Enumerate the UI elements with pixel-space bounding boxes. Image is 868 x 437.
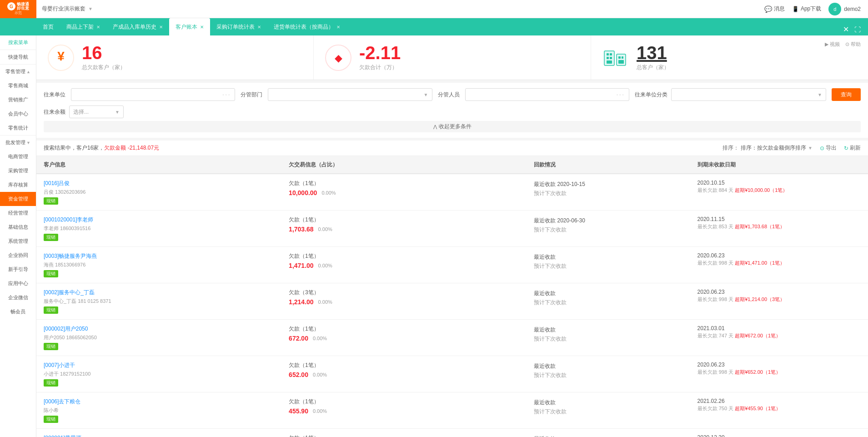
logo-area: G 畅捷通好生意 示范 [0,0,36,18]
return-cell: 最近收款 2020-06-30 预计下次收款 [534,216,697,234]
customer-phone: 海燕 18513066976 [44,261,289,268]
sidebar-item-wechat[interactable]: 企业微信 [0,291,36,305]
overdue-days: 最长欠款 853 天 超期¥1,703.68（1笔） [697,223,861,230]
sidebar-item-basic[interactable]: 基础信息 [0,220,36,234]
overdue-date: 2021.03.01 [697,325,861,332]
debt-count: 欠款（1笔） [289,216,534,224]
customer-name[interactable]: [0007]小进干 [44,362,289,369]
video-btn[interactable]: ▶视频 [825,41,840,48]
customer-name[interactable]: [000001]黄思源 [44,434,289,437]
next-payment: 预计下次收款 [534,408,697,416]
overdue-amount[interactable]: 超期¥652.00（1笔） [735,369,781,375]
overdue-days: 最长欠款 750 天 超期¥455.90（1笔） [697,405,861,412]
debt-count: 欠款（1笔） [289,325,534,333]
user-avatar[interactable]: d demo2 [828,3,861,15]
overdue-amount[interactable]: 超期¥455.90（1笔） [735,406,781,411]
tab-customer-account[interactable]: 客户账本✕ [169,18,210,35]
sidebar-item-app-center[interactable]: 应用中心 [0,276,36,291]
sidebar-item-inventory[interactable]: 库存核算 [0,178,36,192]
sidebar-item-finance[interactable]: 资金管理 [0,192,36,206]
overdue-amount[interactable]: 超期¥10,000.00（1笔） [735,187,788,193]
customer-name[interactable]: [0016]吕俊 [44,180,289,187]
next-payment: 预计下次收款 [534,190,697,197]
last-payment: 最近收款 2020-06-30 [534,216,697,226]
sidebar-item-quick-nav[interactable]: 快捷导航 [0,50,36,65]
last-payment: 最近收款 [534,434,697,437]
stat-total-customers: 131 总客户（家） ▶视频 ⊙帮助 [591,35,868,80]
tab-purchase-stat[interactable]: 采购订单统计表✕ [210,18,267,35]
data-table: 客户信息 欠交易信息（占比） 回款情况 到期未收款日期 [0016]吕俊 吕俊 … [36,156,868,437]
tab-product-history[interactable]: 产成品入库单历史✕ [106,18,169,35]
app-download-btn[interactable]: 📱 App下载 [792,5,821,13]
sidebar-item-batch-mgmt[interactable]: 批发管理▼ [0,136,36,150]
svg-rect-8 [610,57,612,59]
customer-tag: 现销 [44,416,58,423]
sidebar-item-member[interactable]: 会员中心 [0,107,36,121]
overdue-amount[interactable]: 超期¥1,471.00（1笔） [735,260,785,266]
sort-btn[interactable]: 排序： 排序：按欠款金额倒序排序 ▼ [722,144,813,152]
stat-debt-customers: ¥ 16 总欠款客户（家） [36,35,314,80]
nav-tabs: 首页 商品上下架✕ 产成品入库单历史✕ 客户账本✕ 采购订单统计表✕ 进货单统计… [0,18,868,35]
refresh-btn[interactable]: ↻ 刷新 [844,144,861,152]
debt-amount: 1,703.68 [289,226,314,233]
sidebar-item-enterprise[interactable]: 企业协同 [0,248,36,262]
tab-stock-stat[interactable]: 进货单统计表（按商品）✕ [267,18,346,35]
sidebar-item-marketing[interactable]: 营销推广 [0,93,36,107]
customer-name[interactable]: [0006]去下粮仓 [44,398,289,406]
customer-cell: [0006]去下粮仓 陈小希 现销 [44,398,289,423]
return-cell: 最近收款 2020-10-15 预计下次收款 [534,180,697,197]
customer-tag: 现销 [44,343,58,350]
customer-cell: [0007]小进干 小进干 18279152100 现销 [44,362,289,387]
tab-home[interactable]: 首页 [36,18,60,35]
help-btn[interactable]: ⊙帮助 [845,41,861,48]
sidebar-item-retail-mgmt[interactable]: 零售管理▲ [0,65,36,79]
balance-select[interactable]: 选择... ▼ [69,105,124,118]
customer-tag: 现销 [44,270,58,277]
debt-percent: 0.00% [318,299,332,305]
export-btn[interactable]: ⊙ 导出 [820,144,837,152]
sidebar-item-retail-stat[interactable]: 零售统计 [0,121,36,136]
customer-tag: 现销 [44,379,58,387]
overdue-cell: 2020.06.23 最长欠款 998 天 超期¥1,471.00（1笔） [697,252,861,266]
tab-product-offline[interactable]: 商品上下架✕ [60,18,106,35]
debt-count: 欠款（1笔） [289,434,534,437]
customer-name[interactable]: [0002]服务中心_丁磊 [44,289,289,296]
sidebar-item-vip[interactable]: 畅会员 [0,305,36,319]
username: demo2 [844,6,861,12]
filter-source-unit-label: 往来单位 [44,91,67,99]
overdue-amount[interactable]: 超期¥1,214.00（3笔） [735,296,785,302]
sidebar-item-guide[interactable]: 新手引导 [0,262,36,276]
sidebar-item-ecommerce[interactable]: 电商管理 [0,150,36,164]
sidebar-item-system[interactable]: 系统管理 [0,234,36,248]
results-summary: 搜索结果中，客户16家，欠款金额 -21,148.07元 [44,144,159,152]
sidebar-item-purchase[interactable]: 采购管理 [0,164,36,178]
tab-close-all-btn[interactable]: ✕ [841,23,851,35]
message-btn[interactable]: 💬 消息 [764,5,785,13]
overdue-amount[interactable]: 超期¥672.00（1笔） [735,333,781,338]
customer-name[interactable]: [0001020001]李老师 [44,216,289,224]
overdue-date: 2020.06.23 [697,252,861,259]
source-unit-input[interactable]: ··· [71,88,235,101]
person-input[interactable]: ··· [465,88,629,101]
debt-customers-label: 总欠款客户（家） [82,64,125,71]
table-row: [000002]用户2050 用户2050 18665062050 现销 欠款（… [36,320,868,356]
overdue-amount[interactable]: 超期¥1,703.68（1笔） [735,224,785,229]
return-cell: 最近收款 预计下次收款 [534,289,697,306]
tab-expand-btn[interactable]: ⛶ [853,24,863,35]
customer-phone: 陈小希 [44,407,289,414]
last-payment: 最近收款 2020-10-15 [534,180,697,190]
unit-class-select[interactable]: ▼ [671,88,826,101]
customer-name[interactable]: [000002]用户2050 [44,325,289,333]
customer-tag: 现销 [44,197,58,205]
stats-row: ¥ 16 总欠款客户（家） ◆ -2.11 欠款合计 [36,35,868,80]
debt-customers-value: 16 [82,44,125,62]
dept-select[interactable]: ▼ [268,88,432,101]
customer-name[interactable]: [0003]畅捷服务尹海燕 [44,252,289,260]
collapse-btn[interactable]: ⋀ 收起更多条件 [44,121,861,132]
customer-cell: [0016]吕俊 吕俊 13026203696 现销 [44,180,289,205]
sidebar: 搜索菜单 快捷导航 零售管理▲ 零售商城 营销推广 会员中心 零售统计 批发管理… [0,35,36,437]
sidebar-search[interactable]: 搜索菜单 [0,35,36,50]
sidebar-item-retail-store[interactable]: 零售商城 [0,79,36,93]
search-button[interactable]: 查询 [832,88,861,101]
sidebar-item-operation[interactable]: 经营管理 [0,206,36,220]
